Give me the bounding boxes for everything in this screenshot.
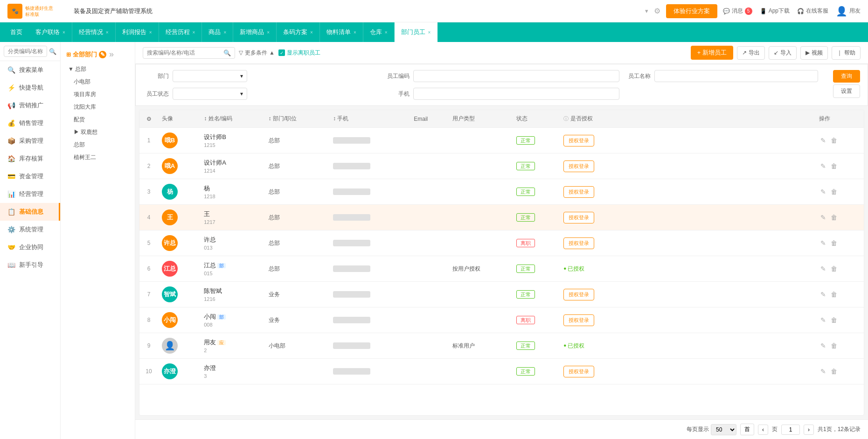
auth-btn[interactable]: 授权登录 xyxy=(563,289,594,300)
export-btn[interactable]: ↗ 导出 xyxy=(737,46,765,60)
help-btn[interactable]: ｜ 帮助 xyxy=(832,46,861,60)
nav-tab-物料清单[interactable]: 物料清单× xyxy=(320,22,363,42)
edit-icon[interactable]: ✎ xyxy=(820,265,826,272)
delete-icon[interactable]: 🗑 xyxy=(831,291,837,298)
show-dimission-toggle[interactable]: ✓ 显示离职员工 xyxy=(278,49,320,57)
auth-btn[interactable]: 授权登录 xyxy=(563,237,594,249)
delete-icon[interactable]: 🗑 xyxy=(831,316,837,324)
dept-edit-icon[interactable]: ✎ xyxy=(99,51,106,58)
nav-tab-home[interactable]: 首页 xyxy=(4,22,29,42)
sidebar-item-快捷导航[interactable]: ⚡快捷导航 xyxy=(0,79,60,97)
edit-icon[interactable]: ✎ xyxy=(820,316,826,324)
gear-icon[interactable]: ⚙ xyxy=(654,7,660,15)
sidebar-item-新手引导[interactable]: 📖新手引导 xyxy=(0,256,60,274)
page-input[interactable] xyxy=(781,425,800,435)
add-employee-btn[interactable]: + 新增员工 xyxy=(691,46,733,60)
delete-icon[interactable]: 🗑 xyxy=(831,214,837,221)
delete-icon[interactable]: 🗑 xyxy=(831,342,837,349)
per-page-select[interactable]: 50 20 100 xyxy=(711,424,736,435)
delete-icon[interactable]: 🗑 xyxy=(831,265,837,272)
auth-cell[interactable]: 授权登录 xyxy=(560,205,629,230)
edit-icon[interactable]: ✎ xyxy=(820,214,826,221)
dropdown-icon[interactable]: ▾ xyxy=(645,7,648,14)
prev-page-btn[interactable]: ‹ xyxy=(758,425,768,435)
close-tab-icon[interactable]: × xyxy=(385,30,388,35)
auth-cell[interactable]: 授权登录 xyxy=(560,282,629,307)
next-page-btn[interactable]: › xyxy=(804,425,814,435)
dept-collapse-btn[interactable]: » xyxy=(108,49,115,60)
try-btn[interactable]: 体验行业方案 xyxy=(666,4,717,18)
search-icon[interactable]: 🔍 xyxy=(223,49,231,56)
sidebar-item-搜索菜单[interactable]: 🔍搜索菜单 xyxy=(0,61,60,79)
edit-icon[interactable]: ✎ xyxy=(820,291,826,298)
view-btn[interactable]: ▶ 视频 xyxy=(800,46,828,60)
delete-icon[interactable]: 🗑 xyxy=(831,188,837,195)
edit-icon[interactable]: ✎ xyxy=(820,137,826,144)
sidebar-item-采购管理[interactable]: 📦采购管理 xyxy=(0,132,60,150)
filter-dept-select[interactable]: ▾ xyxy=(173,70,247,82)
close-tab-icon[interactable]: × xyxy=(149,30,152,35)
auth-btn[interactable]: 授权登录 xyxy=(563,160,594,172)
filter-emp-status-select[interactable]: ▾ xyxy=(173,88,247,100)
nav-tab-客户联络[interactable]: 客户联络× xyxy=(29,22,72,42)
auth-cell[interactable]: 授权登录 xyxy=(560,153,629,179)
col-dept[interactable]: ↕ 部门/职位 xyxy=(265,110,329,128)
nav-tab-部门员工[interactable]: 部门员工× xyxy=(395,22,438,42)
auth-cell[interactable]: 授权登录 xyxy=(560,359,629,384)
sidebar-search-icon[interactable]: 🔍 xyxy=(49,48,56,55)
col-phone[interactable]: ↕ 手机 xyxy=(329,110,410,128)
auth-cell[interactable]: 授权登录 xyxy=(560,128,629,153)
auth-cell[interactable]: 授权登录 xyxy=(560,307,629,333)
nav-tab-条码方案[interactable]: 条码方案× xyxy=(277,22,320,42)
nav-tab-利润报告[interactable]: 利润报告× xyxy=(116,22,159,42)
filter-emp-code-input[interactable] xyxy=(413,70,619,82)
dept-item-项目库房[interactable]: 项目库房 xyxy=(64,88,131,101)
auth-btn[interactable]: 授权登录 xyxy=(563,366,594,377)
col-name[interactable]: ↕ 姓名/编码 xyxy=(200,110,264,128)
edit-icon[interactable]: ✎ xyxy=(820,239,826,247)
delete-icon[interactable]: 🗑 xyxy=(831,162,837,170)
sidebar-search-input[interactable] xyxy=(4,46,47,57)
delete-icon[interactable]: 🗑 xyxy=(831,368,837,375)
dept-item-双鹿想[interactable]: ▶ 双鹿想 xyxy=(64,126,131,139)
dept-item-总部[interactable]: ▼ 总部 xyxy=(64,63,131,76)
close-tab-icon[interactable]: × xyxy=(62,30,65,35)
close-tab-icon[interactable]: × xyxy=(267,30,270,35)
nav-tab-经营历程[interactable]: 经营历程× xyxy=(159,22,202,42)
edit-icon[interactable]: ✎ xyxy=(820,342,826,349)
sidebar-item-经营管理[interactable]: 📊经营管理 xyxy=(0,185,60,203)
auth-btn[interactable]: 授权登录 xyxy=(563,212,594,223)
search-input[interactable] xyxy=(147,49,222,56)
query-btn[interactable]: 查询 xyxy=(833,70,860,83)
nav-tab-仓库[interactable]: 仓库× xyxy=(363,22,395,42)
dept-item-总部[interactable]: 总部 xyxy=(64,139,131,151)
sidebar-item-营销推广[interactable]: 📢营销推广 xyxy=(0,97,60,114)
close-tab-icon[interactable]: × xyxy=(193,30,195,35)
dept-item-沈阳大库[interactable]: 沈阳大库 xyxy=(64,101,131,113)
close-tab-icon[interactable]: × xyxy=(428,30,431,35)
edit-icon[interactable]: ✎ xyxy=(820,368,826,375)
col-settings[interactable]: ⚙ xyxy=(139,110,158,128)
sidebar-item-系统管理[interactable]: ⚙️系统管理 xyxy=(0,221,60,238)
online-service-btn[interactable]: 🎧 在线客服 xyxy=(797,7,828,15)
auth-btn[interactable]: 授权登录 xyxy=(563,135,594,146)
reset-btn[interactable]: 设置 xyxy=(833,84,860,98)
dept-item-小电部[interactable]: 小电部 xyxy=(64,76,131,88)
close-tab-icon[interactable]: × xyxy=(354,30,356,35)
auth-btn[interactable]: 授权登录 xyxy=(563,186,594,198)
sidebar-item-企业协同[interactable]: 🤝企业协同 xyxy=(0,238,60,256)
import-btn[interactable]: ↙ 导入 xyxy=(769,46,797,60)
app-download-btn[interactable]: 📱 App下载 xyxy=(760,7,790,15)
edit-icon[interactable]: ✎ xyxy=(820,188,826,195)
close-tab-icon[interactable]: × xyxy=(223,30,226,35)
delete-icon[interactable]: 🗑 xyxy=(831,137,837,144)
nav-tab-经营情况[interactable]: 经营情况× xyxy=(72,22,116,42)
auth-btn[interactable]: 授权登录 xyxy=(563,314,594,326)
more-filter[interactable]: ▽ 更多条件 ▲ xyxy=(239,49,275,57)
nav-tab-新增商品[interactable]: 新增商品× xyxy=(233,22,277,42)
dept-tree-header[interactable]: ⊞ 全部部门 ✎ » xyxy=(64,46,131,63)
edit-icon[interactable]: ✎ xyxy=(820,162,826,170)
dept-item-配货[interactable]: 配货 xyxy=(64,113,131,126)
close-tab-icon[interactable]: × xyxy=(310,30,313,35)
user-btn[interactable]: 👤 用友 xyxy=(836,6,861,17)
